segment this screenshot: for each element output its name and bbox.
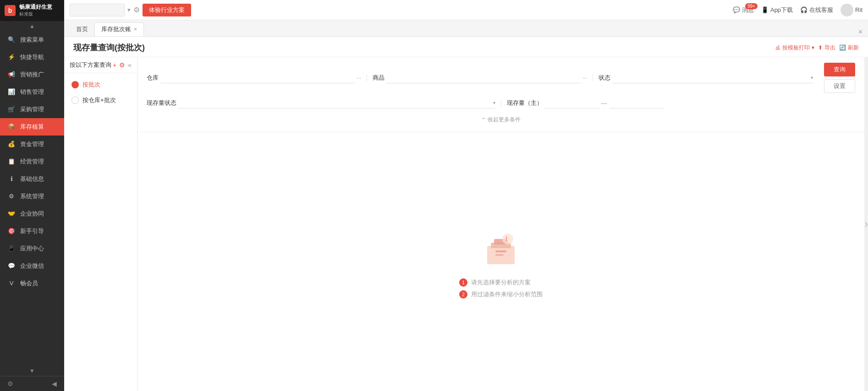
sidebar-item-system[interactable]: ⚙ 系统管理: [0, 188, 64, 205]
export-label: 导出: [824, 44, 835, 52]
filter-warehouse: 仓库 ···: [147, 72, 361, 83]
vip-icon: V: [7, 279, 16, 288]
sidebar-item-operations[interactable]: 📋 经营管理: [0, 153, 64, 170]
tab-close-icon[interactable]: ×: [134, 26, 137, 33]
print-button[interactable]: 🖨 按模板打印 ▾: [775, 44, 814, 52]
stock-status-select[interactable]: [178, 98, 493, 108]
sidebar-item-label: 快捷导航: [20, 53, 44, 61]
tab-inventory-batch[interactable]: 库存批次账 ×: [94, 22, 144, 36]
settings-scheme-icon[interactable]: ⚙: [119, 61, 125, 69]
message-button[interactable]: 💬 消息 99+: [733, 6, 754, 14]
sidebar-scroll-up[interactable]: ▲: [0, 21, 64, 31]
refresh-button[interactable]: 🔄 刷新: [839, 44, 859, 52]
tab-home[interactable]: 首页: [70, 22, 94, 36]
print-dropdown-icon[interactable]: ▾: [812, 44, 814, 51]
export-button[interactable]: ⬆ 导出: [818, 44, 835, 52]
empty-tips: 1 请先选择要分析的方案 2 用过滤条件来缩小分析范围: [459, 278, 543, 299]
empty-tip-1: 1 请先选择要分析的方案: [459, 278, 543, 287]
scheme-item-batch[interactable]: 按批次: [64, 77, 137, 92]
sidebar-item-vip[interactable]: V 畅会员: [0, 275, 64, 292]
scheme-inactive-indicator: [71, 97, 79, 104]
filter-status: 状态 ▾: [599, 72, 813, 83]
product-input[interactable]: [386, 72, 581, 83]
sidebar-item-label: 经营管理: [20, 157, 44, 166]
app-edition: 标准版: [19, 11, 52, 17]
topbar-gear-icon[interactable]: ⚙: [133, 5, 140, 14]
sidebar-item-label: 销售管理: [20, 88, 44, 96]
stock-qty-max-input[interactable]: [609, 98, 664, 109]
filter-collapse-button[interactable]: ⌃ 收起更多条件: [147, 113, 855, 126]
tabbar: 首页 库存批次账 × ×: [64, 20, 868, 37]
page-header: 现存量查询(按批次) 🖨 按模板打印 ▾ ⬆ 导出 🔄 刷新: [64, 37, 868, 57]
topbar-right: 💬 消息 99+ 📱 App下载 🎧 在线客服 Rit: [733, 4, 863, 16]
collapse-up-icon: ⌃: [481, 117, 486, 123]
right-scroll-handle[interactable]: ❯: [864, 57, 868, 391]
search-dropdown-icon[interactable]: ▾: [127, 6, 131, 13]
company-name: 畅康通好生意: [19, 4, 52, 11]
scheme-item-warehouse-batch[interactable]: 按仓库+批次: [64, 92, 137, 108]
sidebar-scroll-down[interactable]: ▼: [0, 366, 64, 376]
sidebar-item-enterprise[interactable]: 🤝 企业协同: [0, 205, 64, 223]
sidebar-item-purchase[interactable]: 🛒 采购管理: [0, 101, 64, 118]
tabbar-close-button[interactable]: ×: [858, 28, 863, 36]
wechat-icon: 💬: [7, 262, 16, 270]
sidebar-item-label: 采购管理: [20, 105, 44, 114]
refresh-icon: 🔄: [839, 44, 846, 51]
sidebar-item-basic[interactable]: ℹ 基础信息: [0, 170, 64, 188]
sidebar-item-label: 营销推广: [20, 71, 44, 79]
stock-status-select-wrap: ▾: [178, 98, 495, 109]
sidebar-item-appstore[interactable]: 📱 应用中心: [0, 240, 64, 257]
empty-icon: !: [478, 225, 524, 271]
collapse-panel-icon[interactable]: «: [128, 61, 132, 69]
scheme-list: 按批次 按仓库+批次: [64, 73, 137, 112]
sidebar-item-quicknav[interactable]: ⚡ 快捷导航: [0, 49, 64, 66]
sidebar-item-marketing[interactable]: 📢 营销推广: [0, 66, 64, 83]
left-panel: 按以下方案查询 + ⚙ « 按批次 按仓库+批次: [64, 57, 137, 391]
quicknav-icon: ⚡: [7, 53, 16, 61]
filter-stock-status: 现存量状态 ▾: [147, 98, 495, 109]
customer-service-button[interactable]: 🎧 在线客服: [800, 6, 833, 14]
sidebar-item-search[interactable]: 🔍 搜索菜单: [0, 31, 64, 49]
add-scheme-icon[interactable]: +: [113, 61, 116, 69]
topbar-left: ▾ ⚙ 体验行业方案: [70, 4, 729, 16]
sidebar-item-newbie[interactable]: 🎯 新手引导: [0, 223, 64, 240]
message-icon: 💬: [733, 6, 740, 13]
empty-tip-2: 2 用过滤条件来缩小分析范围: [459, 290, 543, 299]
sidebar-item-finance[interactable]: 💰 资金管理: [0, 136, 64, 153]
enterprise-icon: 🤝: [7, 210, 16, 218]
message-badge: 99+: [745, 3, 758, 9]
query-button[interactable]: 查询: [824, 63, 855, 76]
page-title: 现存量查询(按批次): [73, 42, 145, 53]
experience-button[interactable]: 体验行业方案: [143, 4, 191, 16]
sidebar-settings-icon[interactable]: ⚙: [7, 380, 13, 387]
app-icon: 📱: [761, 6, 769, 13]
user-name: Rit: [855, 6, 863, 13]
app-download-button[interactable]: 📱 App下载: [761, 6, 793, 14]
filter-product: 商品 ···: [373, 72, 587, 83]
sidebar-item-inventory[interactable]: 📦 库存核算: [0, 118, 64, 136]
scheme-active-indicator: [71, 81, 79, 88]
settings-button[interactable]: 设置: [824, 79, 855, 93]
svg-rect-3: [495, 250, 506, 252]
stock-qty-min-input[interactable]: [544, 98, 599, 109]
product-more[interactable]: ···: [581, 75, 587, 81]
sidebar-item-label: 基础信息: [20, 175, 44, 183]
print-icon: 🖨: [775, 44, 780, 51]
status-chevron-icon: ▾: [811, 75, 813, 80]
status-label: 状态: [599, 74, 612, 82]
sidebar-item-label: 系统管理: [20, 192, 44, 201]
warehouse-input[interactable]: [160, 72, 355, 83]
sidebar-item-wechat[interactable]: 💬 企业微信: [0, 257, 64, 275]
status-select[interactable]: [612, 72, 811, 83]
app-label: App下载: [770, 6, 793, 14]
app-logo: b: [5, 5, 16, 16]
sidebar-item-label: 新手引导: [20, 227, 44, 235]
export-icon: ⬆: [818, 44, 823, 51]
warehouse-more[interactable]: ···: [355, 75, 361, 81]
stock-status-chevron-icon: ▾: [493, 100, 495, 105]
warehouse-label: 仓库: [147, 74, 160, 82]
user-info[interactable]: Rit: [841, 4, 863, 16]
sidebar-collapse-icon[interactable]: ◀: [52, 380, 57, 387]
sidebar-item-sales[interactable]: 📊 销售管理: [0, 83, 64, 101]
body-layout: 按以下方案查询 + ⚙ « 按批次 按仓库+批次: [64, 57, 868, 391]
